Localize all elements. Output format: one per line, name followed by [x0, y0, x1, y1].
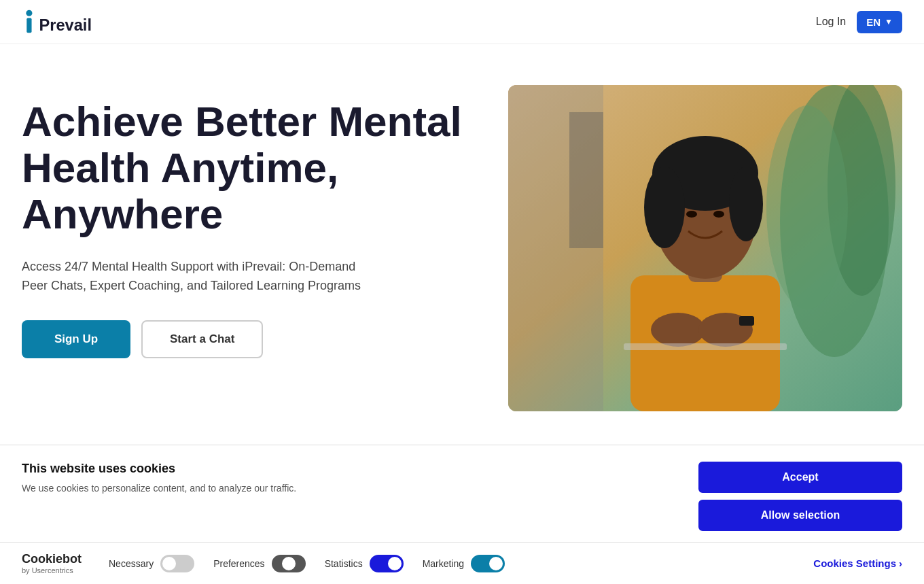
hero-image-svg [508, 85, 902, 411]
logo-icon: Prevail [22, 8, 120, 35]
svg-point-15 [651, 313, 705, 347]
login-link[interactable]: Log In [816, 16, 846, 28]
svg-rect-20 [569, 112, 603, 248]
svg-point-14 [713, 211, 724, 218]
svg-rect-18 [739, 316, 754, 326]
svg-point-12 [729, 167, 763, 241]
lang-label: EN [866, 16, 881, 28]
svg-point-13 [686, 211, 697, 218]
svg-point-11 [644, 167, 685, 248]
hero-content: Achieve Better Mental Health Anytime, An… [22, 85, 481, 358]
hero-image-area [508, 85, 902, 411]
svg-text:Prevail: Prevail [39, 16, 91, 34]
svg-rect-1 [26, 18, 31, 33]
svg-rect-17 [624, 343, 787, 350]
language-selector[interactable]: EN ▼ [857, 11, 902, 33]
header-right: Log In EN ▼ [816, 11, 902, 33]
chevron-down-icon: ▼ [885, 17, 893, 27]
svg-point-6 [766, 105, 848, 309]
hero-title: Achieve Better Mental Health Anytime, An… [22, 99, 481, 238]
svg-point-0 [26, 10, 32, 16]
hero-image [508, 85, 902, 411]
signup-button[interactable]: Sign Up [22, 320, 130, 358]
hero-section: Achieve Better Mental Health Anytime, An… [0, 44, 924, 439]
hero-buttons: Sign Up Start a Chat [22, 320, 481, 358]
start-chat-button[interactable]: Start a Chat [141, 320, 263, 358]
logo-area: Prevail [22, 8, 120, 35]
hero-subtitle: Access 24/7 Mental Health Support with i… [22, 257, 375, 296]
site-header: Prevail Log In EN ▼ [0, 0, 924, 44]
